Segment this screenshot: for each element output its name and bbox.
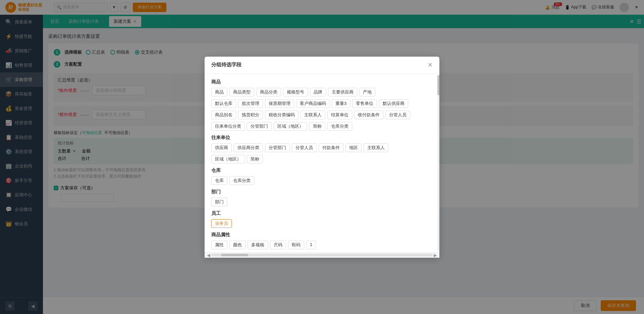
tags-goods-2: 默认仓库 批次管理 保质期管理 客户商品编码 重量3 零售单位 默认供应商 — [211, 99, 429, 108]
tag-attr-0[interactable]: 属性 — [211, 241, 227, 249]
tag-staff-0[interactable]: 业务员 — [211, 219, 232, 228]
tag-goods-23[interactable]: 区域（地区） — [274, 122, 307, 131]
modal-bottom-bar: ◀ ▶ — [205, 252, 439, 258]
tag-contact-8[interactable]: 简称 — [247, 155, 263, 164]
tags-dept: 部门 — [211, 198, 429, 206]
tag-goods-0[interactable]: 商品 — [211, 88, 227, 97]
tag-goods-4[interactable]: 品牌 — [310, 88, 326, 97]
tag-attr-4[interactable]: 鞋码 — [288, 241, 304, 249]
tag-contact-4[interactable]: 付款条件 — [319, 143, 343, 152]
modal-overlay[interactable]: 分组待选字段 ✕ 商品 商品 商品类型 商品分类 规格型号 品牌 主要供应商 产… — [0, 0, 644, 314]
tag-goods-18[interactable]: 结算单位 — [327, 111, 352, 119]
modal-body: 商品 商品 商品类型 商品分类 规格型号 品牌 主要供应商 产地 默认仓库 批次… — [205, 74, 435, 252]
tag-attr-2[interactable]: 多规格 — [248, 241, 268, 249]
tags-goods-3: 商品别名 拣货积分 税收分类编码 主联系人 结算单位 收付款条件 分管人员 — [211, 111, 429, 119]
tag-goods-8[interactable]: 批次管理 — [238, 99, 263, 108]
tag-goods-15[interactable]: 拣货积分 — [238, 111, 263, 119]
tag-contact-7[interactable]: 区域（地区） — [211, 155, 245, 164]
tag-contact-3[interactable]: 分管人员 — [292, 143, 317, 152]
tags-goods: 商品 商品类型 商品分类 规格型号 品牌 主要供应商 产地 — [211, 88, 429, 97]
scrollbar-thumb[interactable] — [437, 75, 439, 95]
tag-goods-21[interactable]: 往来单位分类 — [211, 122, 245, 131]
modal-close-btn[interactable]: ✕ — [428, 61, 433, 69]
tag-contact-1[interactable]: 供应商分类 — [234, 143, 263, 152]
tag-attr-3[interactable]: 尺码 — [270, 241, 286, 249]
hscroll-left-btn[interactable]: ◀ — [206, 253, 211, 258]
tag-goods-12[interactable]: 零售单位 — [352, 99, 377, 108]
tag-goods-1[interactable]: 商品类型 — [229, 88, 254, 97]
modal-header: 分组待选字段 ✕ — [205, 57, 439, 74]
modal-title: 分组待选字段 — [211, 62, 241, 68]
section-title-attr: 商品属性 — [211, 232, 429, 238]
tag-attr-1[interactable]: 颜色 — [229, 241, 246, 249]
tag-contact-2[interactable]: 分管部门 — [265, 143, 290, 152]
tag-goods-7[interactable]: 默认仓库 — [211, 99, 236, 108]
hscroll-right-btn[interactable]: ▶ — [433, 253, 438, 258]
tag-goods-11[interactable]: 重量3 — [332, 99, 350, 108]
tag-goods-9[interactable]: 保质期管理 — [265, 99, 294, 108]
tag-goods-6[interactable]: 产地 — [359, 88, 375, 97]
tags-attr: 属性 颜色 多规格 尺码 鞋码 1 — [211, 241, 429, 249]
tag-goods-19[interactable]: 收付款条件 — [354, 111, 383, 119]
tag-warehouse-0[interactable]: 仓库 — [211, 176, 227, 185]
tag-goods-5[interactable]: 主要供应商 — [328, 88, 357, 97]
section-title-warehouse: 仓库 — [211, 168, 429, 174]
modal-dialog: 分组待选字段 ✕ 商品 商品 商品类型 商品分类 规格型号 品牌 主要供应商 产… — [205, 57, 439, 258]
tag-attr-5[interactable]: 1 — [306, 241, 316, 249]
tag-goods-3[interactable]: 规格型号 — [283, 88, 308, 97]
tags-goods-4: 往来单位分类 分管部门 区域（地区） 简称 仓库分类 — [211, 122, 429, 131]
tag-goods-22[interactable]: 分管部门 — [247, 122, 272, 131]
hscroll-thumb[interactable] — [221, 254, 248, 256]
tag-goods-2[interactable]: 商品分类 — [256, 88, 281, 97]
tag-contact-5[interactable]: 地区 — [345, 143, 362, 152]
modal-scrollbar-area — [435, 74, 439, 252]
tag-goods-25[interactable]: 仓库分类 — [327, 122, 352, 131]
tag-goods-14[interactable]: 商品别名 — [211, 111, 236, 119]
modal-scrollbar[interactable] — [437, 75, 439, 251]
tag-dept-0[interactable]: 部门 — [211, 198, 227, 206]
tags-staff: 业务员 — [211, 219, 429, 228]
tag-goods-20[interactable]: 分管人员 — [385, 111, 410, 119]
tag-goods-10[interactable]: 客户商品编码 — [296, 99, 330, 108]
tag-warehouse-1[interactable]: 仓库分类 — [229, 176, 254, 185]
tag-goods-24[interactable]: 简称 — [309, 122, 325, 131]
section-title-staff: 员工 — [211, 210, 429, 216]
tag-goods-13[interactable]: 默认供应商 — [379, 99, 408, 108]
tags-warehouse: 仓库 仓库分类 — [211, 176, 429, 185]
hscroll-bar — [211, 254, 433, 256]
tags-contact: 供应商 供应商分类 分管部门 分管人员 付款条件 地区 主联系人 — [211, 143, 429, 152]
tag-contact-6[interactable]: 主联系人 — [364, 143, 388, 152]
section-title-goods: 商品 — [211, 79, 429, 85]
tags-contact-2: 区域（地区） 简称 — [211, 155, 429, 164]
tag-contact-0[interactable]: 供应商 — [211, 143, 232, 152]
section-title-contact: 往来单位 — [211, 135, 429, 141]
section-title-dept: 部门 — [211, 189, 429, 195]
tag-goods-17[interactable]: 主联系人 — [301, 111, 325, 119]
tag-goods-16[interactable]: 税收分类编码 — [265, 111, 299, 119]
